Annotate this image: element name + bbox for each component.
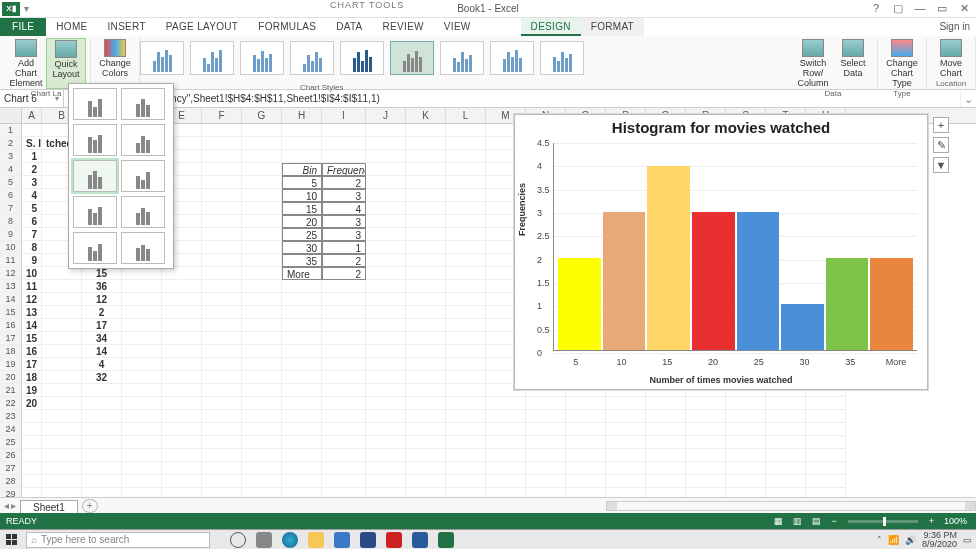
close-button[interactable]: ✕ [956,2,972,15]
cell[interactable] [766,410,806,423]
cell[interactable] [366,462,406,475]
cell[interactable] [406,319,446,332]
cell[interactable] [406,436,446,449]
cell[interactable] [322,345,366,358]
cell[interactable] [806,397,846,410]
chart-bar[interactable] [692,212,735,350]
sheet-nav-next-icon[interactable]: ▸ [11,500,16,511]
cell[interactable] [726,462,766,475]
cell[interactable] [242,176,282,189]
cell[interactable] [606,423,646,436]
cell[interactable] [366,228,406,241]
cell[interactable] [366,384,406,397]
layout-thumb[interactable] [73,232,117,264]
cell[interactable] [162,332,202,345]
row-header[interactable]: 15 [0,306,22,319]
cell[interactable]: 17 [82,319,122,332]
cell[interactable] [406,254,446,267]
cell[interactable] [122,345,162,358]
cell[interactable] [766,475,806,488]
cell[interactable] [806,488,846,497]
chart-bar[interactable] [870,258,913,350]
cell[interactable] [446,137,486,150]
cell[interactable] [446,228,486,241]
help-button[interactable]: ? [868,2,884,15]
cell[interactable] [446,306,486,319]
cell[interactable] [406,163,446,176]
cell[interactable]: 34 [82,332,122,345]
cell[interactable] [406,189,446,202]
store-icon[interactable] [360,532,376,548]
layout-thumb-selected[interactable] [73,160,117,192]
cell[interactable] [122,397,162,410]
cell[interactable] [366,332,406,345]
cell[interactable] [766,449,806,462]
layout-thumb[interactable] [73,124,117,156]
tab-formulas[interactable]: FORMULAS [248,18,326,36]
cell[interactable] [202,267,242,280]
cell[interactable] [242,358,282,371]
cell[interactable] [406,358,446,371]
cell[interactable] [282,293,322,306]
row-header[interactable]: 7 [0,202,22,215]
cell[interactable] [566,462,606,475]
cell[interactable] [406,345,446,358]
cell[interactable] [686,462,726,475]
chart-styles-button[interactable]: ✎ [933,137,949,153]
sheet-tab[interactable]: Sheet1 [20,500,78,514]
switch-row-column-button[interactable]: Switch Row/ Column [793,38,833,89]
row-header[interactable]: 2 [0,137,22,150]
row-header[interactable]: 25 [0,436,22,449]
cell[interactable] [806,462,846,475]
cell[interactable] [766,397,806,410]
cell[interactable] [646,475,686,488]
cell[interactable] [406,332,446,345]
cell[interactable] [42,306,82,319]
cell[interactable] [202,397,242,410]
cell[interactable] [22,436,42,449]
cell[interactable] [42,280,82,293]
cell[interactable] [122,358,162,371]
cell[interactable] [366,436,406,449]
cell[interactable]: 35 [282,254,322,267]
cell[interactable] [242,202,282,215]
row-header[interactable]: 9 [0,228,22,241]
cell[interactable] [406,397,446,410]
cell[interactable] [282,280,322,293]
cell[interactable] [406,267,446,280]
cell[interactable] [202,319,242,332]
cell[interactable] [242,215,282,228]
cell[interactable] [202,449,242,462]
cell[interactable] [566,423,606,436]
cell[interactable] [322,150,366,163]
cell[interactable] [122,371,162,384]
cell[interactable]: 14 [82,345,122,358]
sheet-nav-prev-icon[interactable]: ◂ [4,500,9,511]
cell[interactable] [162,488,202,497]
cell[interactable] [566,436,606,449]
cell[interactable] [162,475,202,488]
cell[interactable] [526,397,566,410]
mcafee-icon[interactable] [386,532,402,548]
cell[interactable]: 3 [322,228,366,241]
cell[interactable] [486,488,526,497]
cell[interactable] [202,176,242,189]
cell[interactable] [162,436,202,449]
row-header[interactable]: 19 [0,358,22,371]
cell[interactable] [366,397,406,410]
row-header[interactable]: 16 [0,319,22,332]
cell[interactable] [242,410,282,423]
zoom-level[interactable]: 100% [941,516,970,526]
cell[interactable] [406,423,446,436]
cell[interactable]: 2 [22,163,42,176]
cell[interactable] [202,384,242,397]
layout-thumb[interactable] [121,196,165,228]
cell[interactable] [122,332,162,345]
cell[interactable] [322,319,366,332]
cell[interactable]: 9 [22,254,42,267]
select-all-corner[interactable] [0,108,22,123]
cell[interactable] [42,358,82,371]
cell[interactable] [366,358,406,371]
cell[interactable] [42,462,82,475]
cell[interactable] [446,332,486,345]
